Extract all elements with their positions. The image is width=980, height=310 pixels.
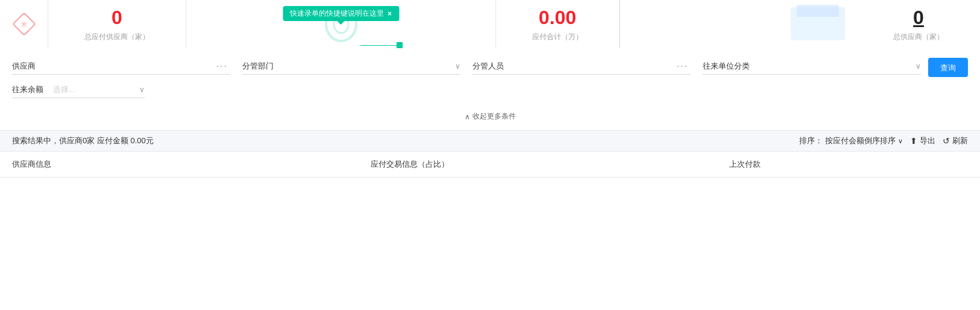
- supplier-label: 供应商: [12, 61, 36, 72]
- unit-category-label: 往来单位分类: [703, 61, 750, 72]
- export-label: 导出: [920, 135, 935, 146]
- collapse-button[interactable]: ∧ 收起更多条件: [455, 109, 526, 124]
- tooltip-close[interactable]: ×: [388, 10, 392, 18]
- person-input[interactable]: [509, 61, 674, 70]
- sort-label: 排序：: [799, 135, 823, 146]
- svg-text:米: 米: [21, 21, 27, 28]
- collapse-bar: ∧ 收起更多条件: [12, 105, 968, 130]
- search-row-2: 往来余额 选择... ∨: [12, 84, 968, 98]
- person-label: 分管人员: [473, 61, 504, 72]
- result-bar: 搜索结果中，供应商0家 应付金额 0.00元 排序： 按应付会额倒序排序 ∨ ⬆…: [0, 131, 980, 152]
- dept-label: 分管部门: [242, 61, 274, 72]
- refresh-button[interactable]: ↺ 刷新: [943, 135, 968, 146]
- stat-payable-suppliers: 0 总应付供应商（家）: [48, 0, 186, 48]
- total-suppliers-number: 0: [913, 6, 924, 29]
- query-button[interactable]: 查询: [928, 58, 968, 77]
- table-header: 供应商信息 应付交易信息（占比） 上次付款: [0, 152, 980, 178]
- col-transaction-label: 应付交易信息（占比）: [371, 160, 449, 169]
- export-icon: ⬆: [910, 136, 917, 146]
- col-supplier-label: 供应商信息: [12, 160, 51, 169]
- stat-total-suppliers: 0 总供应商（家）: [857, 0, 980, 48]
- tooltip-line: [360, 45, 397, 46]
- refresh-label: 刷新: [952, 135, 968, 146]
- export-button[interactable]: ⬆ 导出: [910, 135, 935, 146]
- sort-arrow-icon: ∨: [898, 137, 903, 145]
- balance-placeholder: 选择...: [53, 84, 75, 95]
- stat-payable-total: 0.00 应付合计（万）: [496, 0, 620, 48]
- unit-category-arrow-icon[interactable]: ∨: [916, 62, 921, 70]
- unit-category-field: 往来单位分类 ∨: [703, 61, 921, 75]
- refresh-icon: ↺: [943, 136, 950, 146]
- sort-value: 按应付会额倒序排序: [825, 135, 896, 146]
- table-body: [0, 178, 980, 310]
- balance-field: 往来余额 选择... ∨: [12, 84, 145, 98]
- person-dots-icon[interactable]: ···: [674, 61, 691, 72]
- balance-arrow-icon[interactable]: ∨: [139, 85, 145, 94]
- result-actions: 排序： 按应付会额倒序排序 ∨ ⬆ 导出 ↺ 刷新: [799, 135, 968, 146]
- tooltip-text: 快速录单的快捷键说明在这里: [290, 8, 384, 19]
- stat-bg-area: [620, 0, 857, 48]
- payable-total-label: 应付合计（万）: [532, 32, 583, 42]
- supplier-input[interactable]: [40, 61, 214, 70]
- search-area: 供应商 ··· 分管部门 ∨ 分管人员 ··· 往来单位分类 ∨ 查询 往来余额: [0, 48, 980, 131]
- col-last-pay-label: 上次付款: [729, 160, 761, 169]
- top-stats-bar: 米 0 总应付供应商（家） 快速录单的快捷键说明在这里 × 0.00 应付合计（…: [0, 0, 980, 48]
- stat-icon-area: 快速录单的快捷键说明在这里 ×: [186, 0, 496, 48]
- payable-total-number: 0.00: [539, 6, 576, 29]
- tooltip-indicator: [360, 42, 403, 48]
- supplier-field: 供应商 ···: [12, 61, 230, 75]
- unit-category-input[interactable]: [755, 61, 916, 70]
- total-suppliers-label: 总供应商（家）: [893, 32, 944, 42]
- person-field: 分管人员 ···: [473, 61, 691, 75]
- balance-label: 往来余额: [12, 84, 43, 95]
- payable-suppliers-label: 总应付供应商（家）: [84, 32, 149, 42]
- bg-rect-2: [797, 5, 839, 17]
- collapse-label: 收起更多条件: [473, 111, 516, 122]
- dept-input[interactable]: [278, 61, 455, 70]
- dept-field: 分管部门 ∨: [242, 61, 460, 75]
- payable-suppliers-number: 0: [112, 6, 122, 29]
- col-transaction-header: 应付交易信息（占比）: [371, 159, 729, 170]
- search-row-1: 供应商 ··· 分管部门 ∨ 分管人员 ··· 往来单位分类 ∨ 查询: [12, 58, 968, 77]
- result-info-text: 搜索结果中，供应商0家 应付金额 0.00元: [12, 135, 154, 146]
- chevron-up-icon: ∧: [465, 113, 470, 121]
- sort-select[interactable]: 排序： 按应付会额倒序排序 ∨: [799, 135, 903, 146]
- logo-area: 米: [0, 0, 48, 48]
- dept-arrow-icon[interactable]: ∨: [455, 62, 460, 70]
- col-last-pay-header: 上次付款: [729, 159, 969, 170]
- col-supplier-header: 供应商信息: [12, 159, 371, 170]
- tooltip-banner: 快速录单的快捷键说明在这里 ×: [283, 6, 399, 21]
- supplier-dots-icon[interactable]: ···: [214, 61, 230, 72]
- diamond-logo-icon: 米: [9, 9, 39, 39]
- tooltip-dot: [397, 42, 403, 48]
